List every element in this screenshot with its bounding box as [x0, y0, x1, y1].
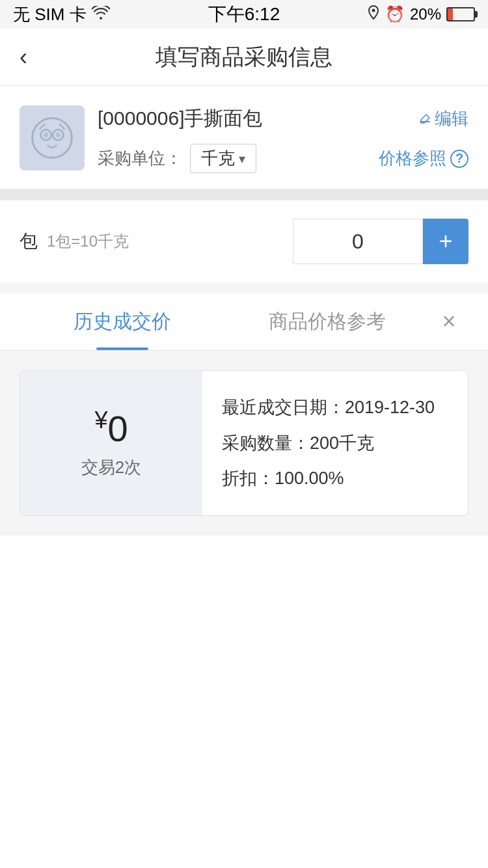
unit-dropdown[interactable]: 千克 ▾: [190, 144, 256, 173]
carrier-label: 无 SIM 卡: [13, 3, 87, 26]
purchase-unit-left: 采购单位： 千克 ▾: [98, 144, 256, 173]
status-time: 下午6:12: [208, 2, 280, 27]
alarm-icon: ⏰: [385, 5, 405, 23]
qty-left: 包 1包=10千克: [20, 229, 129, 254]
purchase-qty-label: 采购数量：: [222, 433, 310, 453]
qty-unit-label: 包: [20, 229, 38, 254]
purchase-unit-row: 采购单位： 千克 ▾ 价格参照 ?: [98, 144, 468, 173]
page-title: 填写商品采购信息: [156, 42, 332, 72]
svg-point-1: [33, 118, 72, 158]
tabs-section: 历史成交价 商品价格参考 ×: [0, 293, 488, 351]
tab-history-price[interactable]: 历史成交价: [20, 293, 224, 350]
price-card-section: ¥0 交易2次 最近成交日期：2019-12-30 采购数量：200千克 折扣：…: [0, 351, 488, 536]
qty-input-wrap: 0 +: [293, 219, 468, 264]
product-name: [0000006]手撕面包: [98, 105, 262, 132]
battery-label: 20%: [410, 5, 441, 23]
location-icon: [367, 5, 380, 23]
chevron-down-icon: ▾: [239, 151, 245, 167]
svg-point-0: [372, 9, 375, 12]
product-name-row: [0000006]手撕面包 编辑: [98, 105, 468, 132]
recent-date-value: 2019-12-30: [345, 398, 435, 417]
edit-button[interactable]: 编辑: [418, 107, 468, 130]
section-divider: [0, 189, 488, 200]
svg-point-5: [56, 133, 61, 137]
svg-point-4: [44, 133, 48, 137]
product-thumbnail: [20, 105, 85, 170]
discount-label: 折扣：: [222, 468, 275, 488]
back-button[interactable]: ‹: [20, 44, 27, 71]
page-header: ‹ 填写商品采购信息: [0, 29, 488, 86]
wifi-icon: [92, 5, 110, 25]
qty-plus-button[interactable]: +: [423, 219, 468, 264]
help-icon: ?: [450, 150, 468, 168]
recent-date-label: 最近成交日期：: [222, 398, 345, 417]
tab-product-price-ref[interactable]: 商品价格参考: [224, 293, 429, 350]
purchase-qty-row: 采购数量：200千克: [222, 430, 448, 457]
tab-active-indicator: [96, 347, 148, 350]
discount-value: 100.00%: [275, 468, 344, 488]
battery-icon: [446, 7, 475, 21]
discount-row: 折扣：100.00%: [222, 465, 448, 492]
purchase-unit-label: 采购单位：: [98, 147, 182, 170]
price-display: ¥0: [94, 407, 128, 450]
product-info: [0000006]手撕面包 编辑 采购单位： 千克 ▾: [98, 105, 468, 173]
purchase-qty-value: 200千克: [310, 433, 374, 453]
price-card: ¥0 交易2次 最近成交日期：2019-12-30 采购数量：200千克 折扣：…: [20, 370, 468, 516]
price-card-left: ¥0 交易2次: [20, 371, 202, 515]
currency-symbol: ¥: [94, 407, 107, 433]
qty-conversion: 1包=10千克: [47, 231, 129, 252]
status-right: ⏰ 20%: [367, 5, 475, 23]
product-section: [0000006]手撕面包 编辑 采购单位： 千克 ▾: [0, 86, 488, 189]
product-row: [0000006]手撕面包 编辑 采购单位： 千克 ▾: [20, 105, 468, 173]
qty-input[interactable]: 0: [293, 219, 423, 264]
tab-close-button[interactable]: ×: [429, 302, 468, 341]
price-reference-button[interactable]: 价格参照 ?: [379, 147, 468, 170]
trade-count: 交易2次: [81, 456, 141, 479]
tabs-row: 历史成交价 商品价格参考 ×: [0, 293, 488, 350]
status-left: 无 SIM 卡: [13, 3, 110, 26]
recent-date-row: 最近成交日期：2019-12-30: [222, 394, 448, 421]
quantity-section: 包 1包=10千克 0 +: [0, 200, 488, 282]
status-bar: 无 SIM 卡 下午6:12 ⏰ 20%: [0, 0, 488, 29]
price-card-right: 最近成交日期：2019-12-30 采购数量：200千克 折扣：100.00%: [202, 371, 468, 515]
page-background: [0, 536, 488, 869]
